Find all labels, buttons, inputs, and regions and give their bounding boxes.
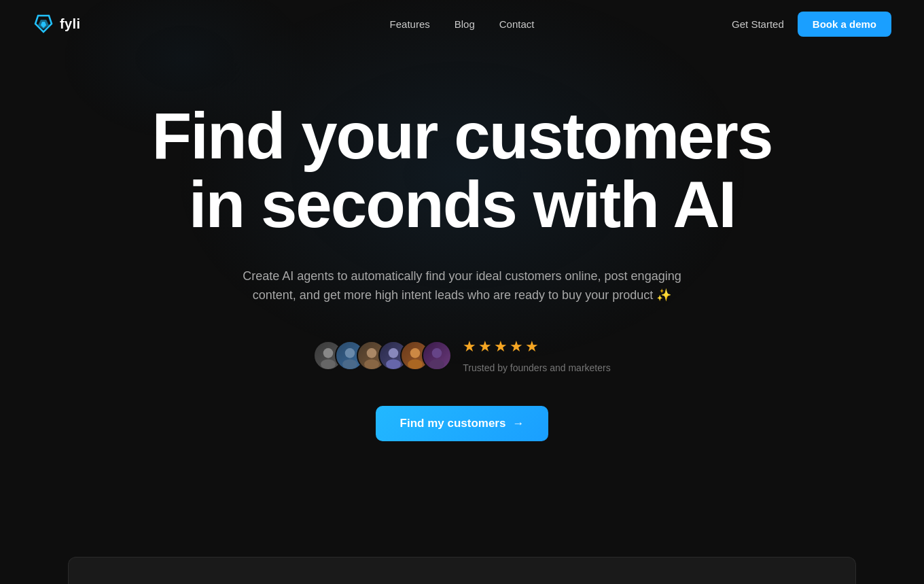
hero-content: Find your customers in seconds with AI C…	[0, 48, 924, 441]
hero-title: Find your customers in seconds with AI	[152, 102, 772, 239]
book-demo-button[interactable]: Book a demo	[798, 12, 891, 37]
logo-icon	[33, 13, 54, 35]
get-started-button[interactable]: Get Started	[732, 18, 784, 30]
star-5: ★	[525, 338, 539, 356]
svg-point-6	[342, 360, 357, 370]
social-right: ★ ★ ★ ★ ★ Trusted by founders and market…	[463, 338, 610, 373]
cta-arrow: →	[512, 417, 524, 430]
logo[interactable]: fyli	[33, 13, 81, 35]
nav-features[interactable]: Features	[390, 18, 430, 30]
face-icon	[423, 342, 450, 369]
svg-point-14	[429, 360, 444, 370]
svg-point-11	[410, 348, 421, 358]
svg-point-7	[367, 348, 377, 358]
star-2: ★	[478, 338, 492, 356]
star-3: ★	[494, 338, 508, 356]
svg-point-5	[345, 348, 355, 358]
svg-point-13	[432, 348, 442, 358]
svg-point-8	[364, 360, 379, 370]
nav-blog[interactable]: Blog	[455, 18, 475, 30]
svg-point-12	[408, 360, 423, 370]
nav-contact[interactable]: Contact	[499, 18, 535, 30]
svg-point-4	[321, 360, 336, 370]
svg-point-9	[389, 348, 399, 358]
star-1: ★	[463, 338, 476, 356]
star-4: ★	[510, 338, 523, 356]
hero-subtitle: Create AI agents to automatically find y…	[224, 267, 700, 306]
star-rating: ★ ★ ★ ★ ★	[463, 338, 539, 356]
hero-section: Find your customers in seconds with AI C…	[0, 48, 924, 584]
svg-point-10	[386, 360, 401, 370]
find-customers-button[interactable]: Find my customers →	[376, 406, 549, 441]
trusted-text: Trusted by founders and marketers	[463, 362, 610, 373]
navbar: fyli Features Blog Contact Get Started B…	[0, 0, 924, 48]
bottom-card-hint	[68, 557, 856, 584]
cta-label: Find my customers	[400, 417, 506, 430]
social-proof: ★ ★ ★ ★ ★ Trusted by founders and market…	[313, 338, 610, 373]
logo-text: fyli	[60, 16, 81, 32]
hero-title-line1: Find your customers	[152, 99, 772, 172]
cta-container: Find my customers →	[376, 406, 549, 441]
nav-links: Features Blog Contact	[390, 18, 535, 30]
avatar	[422, 341, 452, 371]
hero-title-line2: in seconds with AI	[189, 168, 736, 241]
svg-point-3	[323, 348, 334, 358]
nav-actions: Get Started Book a demo	[732, 12, 891, 37]
avatar-group	[313, 341, 452, 371]
